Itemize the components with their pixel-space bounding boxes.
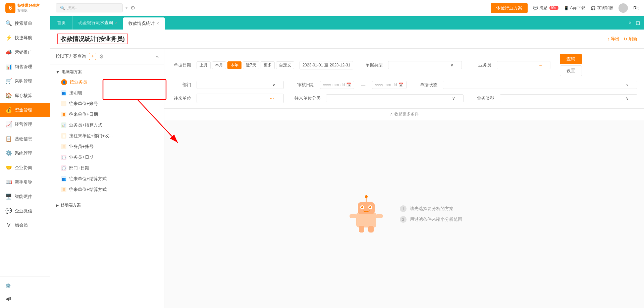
date-btn-lastmonth[interactable]: 上月 — [197, 61, 211, 69]
approve-date-from[interactable]: yyyy-mm-dd 📅 — [320, 81, 354, 89]
date-to-value: 2023-12-31 — [330, 63, 350, 67]
tab-cashflow[interactable]: 现金银行流水查询 × — [73, 16, 123, 30]
approve-date-to[interactable]: yyyy-mm-dd 📅 — [372, 81, 406, 89]
date-btn-thismonth[interactable]: 本月 — [212, 61, 226, 69]
scheme-group-pc[interactable]: ▼ 电脑端方案 — [50, 67, 164, 77]
panel-add-icon[interactable]: + — [89, 53, 96, 60]
tab-cashflow-close[interactable]: × — [115, 20, 117, 25]
refresh-button[interactable]: ↻ 刷新 — [624, 36, 637, 42]
scheme-item-salesperson[interactable]: 👤 按业务员 — [50, 77, 164, 88]
scheme-item-unit-date[interactable]: ☰ 往来单位+日期 — [50, 109, 164, 120]
sidebar-item-finance[interactable]: 💰 资金管理 — [0, 103, 50, 117]
sidebar-item-search[interactable]: 🔍 搜索菜单 — [0, 16, 50, 31]
scheme-item-unit-method1[interactable]: 👥 往来单位+结算方式 — [50, 173, 164, 184]
dept-select[interactable]: ∨ — [197, 81, 284, 89]
salesperson-more-dots[interactable]: ··· — [539, 63, 542, 67]
sidebar-item-guide[interactable]: 📖 新手引导 — [0, 175, 50, 189]
sidebar-item-hardware[interactable]: 🖥️ 智能硬件 — [0, 189, 50, 204]
date-btn-more[interactable]: 更多 — [261, 61, 275, 69]
scheme-item-detail[interactable]: 👥 按明细 — [50, 88, 164, 98]
scheme-item-salesperson-account[interactable]: ☰ 业务员+账号 — [50, 141, 164, 152]
sidebar-search-label: 搜索菜单 — [15, 20, 32, 27]
search-box[interactable]: 🔍 搜索... — [56, 3, 123, 12]
service-label: 在线客服 — [597, 5, 613, 11]
tab-collection-close[interactable]: × — [157, 21, 159, 26]
sidebar-item-purchase[interactable]: 🛒 采购管理 — [0, 74, 50, 88]
scheme-item-salesperson-method[interactable]: 📊 业务员+结算方式 — [50, 120, 164, 131]
content-wrapper: 按以下方案查询 + ⚙ « ▼ 电脑端方案 👤 按业务员 — [50, 49, 644, 308]
tab-collection-label: 收款情况统计 — [128, 20, 155, 27]
sidebar-item-collab[interactable]: 🤝 企业协同 — [0, 160, 50, 175]
sidebar-bottom-settings[interactable]: ⚙️ — [0, 279, 50, 292]
sidebar-item-inventory[interactable]: 🏠 库存核算 — [0, 88, 50, 103]
trial-button[interactable]: 体验行业方案 — [491, 3, 528, 13]
sidebar-item-member[interactable]: V 畅会员 — [0, 218, 50, 232]
scheme-item-unit-method2[interactable]: ☰ 往来单位+结算方式 — [50, 184, 164, 195]
scheme-item-icon-9: 👥 — [61, 176, 66, 182]
salesperson-select[interactable]: ··· — [497, 61, 550, 69]
panel-collapse-icon[interactable]: « — [156, 54, 159, 59]
sidebar-item-sales[interactable]: 📊 销售管理 — [0, 59, 50, 74]
settings-icon[interactable]: ⚙ — [130, 5, 135, 11]
sidebar-item-system[interactable]: ⚙️ 系统管理 — [0, 146, 50, 160]
docstatus-select[interactable]: ∨ — [443, 81, 637, 89]
filter-label-unit: 往来单位 — [171, 95, 191, 101]
unit-select[interactable]: ··· — [197, 94, 284, 103]
scheme-item-icon-2: ☰ — [61, 101, 66, 106]
tab-maximize-icon[interactable]: ⊡ — [636, 20, 640, 26]
sidebar-item-marketing[interactable]: 📣 营销推广 — [0, 45, 50, 59]
business-type-select[interactable]: ∨ — [500, 94, 637, 102]
scheme-item-unit-account[interactable]: ☰ 往来单位+账号 — [50, 98, 164, 109]
sidebar-collapse-btn[interactable]: ◀II — [0, 292, 50, 305]
refresh-label: 刷新 — [629, 36, 637, 42]
step-label-1: 请先选择要分析的方案 — [410, 206, 453, 212]
sidebar-item-wechat[interactable]: 💬 企业微信 — [0, 204, 50, 218]
message-item[interactable]: 💬 消息 99+ — [533, 5, 558, 11]
date-btn-7days[interactable]: 近7天 — [243, 61, 259, 69]
sidebar-item-quicknav[interactable]: ⚡ 快捷导航 — [0, 31, 50, 45]
calendar-icon-2[interactable]: 📅 — [398, 83, 404, 87]
online-service-item[interactable]: 🎧 在线客服 — [591, 5, 613, 11]
app-download-label: App下载 — [570, 5, 585, 11]
tab-cashflow-label: 现金银行流水查询 — [78, 20, 113, 26]
date-btn-custom[interactable]: 自定义 — [276, 61, 294, 69]
unit-category-select[interactable]: ∨ — [326, 94, 464, 102]
scheme-item-dept-date[interactable]: 🕐 部门+日期 — [50, 163, 164, 173]
scheme-group-mobile[interactable]: ▶ 移动端方案 — [50, 200, 164, 210]
logo-area: 6 畅捷通好生意 标准版 — [5, 3, 56, 13]
page-header: 收款情况统计(按业务员) ↑ 导出 ↻ 刷新 — [50, 30, 644, 49]
dept-chevron: ∨ — [272, 83, 275, 87]
scheme-item-label-9: 往来单位+结算方式 — [69, 176, 107, 182]
doctype-select[interactable]: ∨ — [388, 61, 462, 69]
scheme-item-icon-10: ☰ — [61, 187, 66, 192]
scheme-item-unit-dept[interactable]: ☰ 按往来单位+部门+收... — [50, 131, 164, 141]
sidebar-bottom: ⚙️ ◀II — [0, 276, 50, 308]
tab-close-window-icon[interactable]: × — [629, 20, 632, 26]
app-download-item[interactable]: 📱 App下载 — [564, 5, 585, 11]
sidebar-hardware-label: 智能硬件 — [15, 194, 32, 200]
message-badge: 99+ — [549, 6, 558, 10]
settings-button[interactable]: 设置 — [560, 65, 582, 76]
scheme-item-salesperson-date[interactable]: 🕐 业务员+日期 — [50, 152, 164, 163]
query-button[interactable]: 查询 — [560, 54, 582, 64]
sidebar-finance-label: 资金管理 — [15, 107, 32, 113]
guide-icon: 📖 — [5, 179, 12, 185]
unit-more-dots[interactable]: ··· — [268, 95, 275, 101]
date-btn-thisyear[interactable]: 本年 — [227, 61, 241, 69]
dropdown-icon[interactable]: ▾ — [125, 5, 128, 10]
inventory-icon: 🏠 — [5, 92, 12, 99]
calendar-icon-1[interactable]: 📅 — [346, 83, 351, 87]
sidebar-item-basic[interactable]: 📋 基础信息 — [0, 132, 50, 146]
hardware-icon: 🖥️ — [5, 193, 12, 200]
business-type-chevron: ∨ — [626, 96, 629, 101]
sidebar-item-operation[interactable]: 📈 经营管理 — [0, 117, 50, 132]
user-avatar[interactable] — [619, 3, 628, 13]
panel-settings-icon[interactable]: ⚙ — [99, 53, 104, 60]
collapse-bar[interactable]: ∧ 收起更多条件 — [164, 109, 644, 120]
content-area: 首页 现金银行流水查询 × 收款情况统计 × × ⊡ 收款情况统计(按业务员) … — [50, 16, 644, 308]
member-icon: V — [5, 222, 12, 228]
tab-home[interactable]: 首页 — [50, 16, 73, 30]
export-button[interactable]: ↑ 导出 — [607, 36, 620, 42]
tab-collection[interactable]: 收款情况统计 × — [123, 17, 165, 30]
panel-header-label: 按以下方案查询 — [56, 53, 86, 59]
